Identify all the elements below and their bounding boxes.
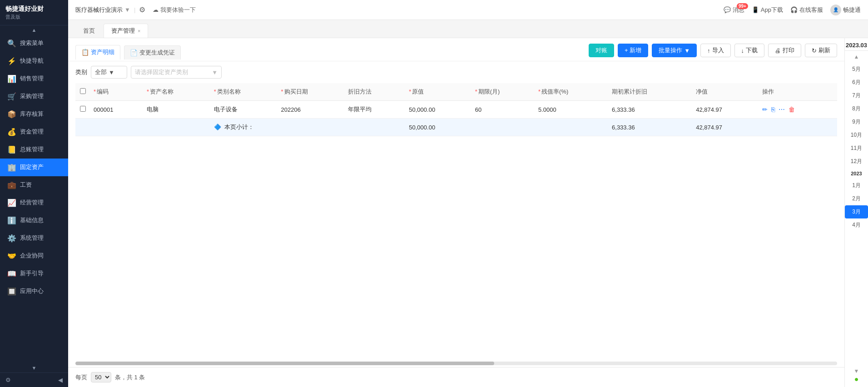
th-residual-rate: *残值率(%) [535,83,608,101]
sidebar-item-ledger[interactable]: 📒 总账管理 [0,141,68,159]
category-select[interactable]: 全部 ▼ [91,66,127,79]
content-toolbar: 📋 资产明细 📄 变更生成凭证 对账 + 新增 批量操作 ▼ ↑ [68,38,844,61]
tab-home[interactable]: 首页 [75,24,103,38]
th-category: *类别名称 [210,83,278,101]
date-item-current[interactable]: 3月 [845,205,868,218]
tab-close-icon[interactable]: × [138,28,140,34]
change-voucher-icon: 📄 [130,49,138,56]
salary-icon: 💼 [7,181,16,189]
topbar-right: 💬 消息 99+ 📱 App下载 🎧 在线客服 👤 畅捷通 [724,5,861,15]
sidebar-item-basic-info[interactable]: ℹ️ 基础信息 [0,212,68,229]
sidebar-item-purchase[interactable]: 🛒 采购管理 [0,88,68,105]
sidebar-item-sales[interactable]: 📊 销售管理 [0,70,68,88]
tab-change-voucher[interactable]: 📄 变更生成凭证 [124,45,181,60]
import-label: 导入 [712,46,724,55]
date-panel-dot[interactable]: ● [854,375,859,383]
batch-btn[interactable]: 批量操作 ▼ [652,44,697,57]
app-download-btn[interactable]: 📱 App下载 [752,6,783,14]
download-label: 下载 [746,46,758,55]
page-total: 条，共 1 条 [115,373,145,382]
horizontal-scrollbar[interactable] [75,362,837,365]
sidebar-item-system[interactable]: ⚙️ 系统管理 [0,229,68,247]
apps-icon: 🔲 [7,287,16,296]
date-item-5[interactable]: 5月 [845,63,868,76]
sidebar-item-fixed-assets[interactable]: 🏢 固定资产 [0,159,68,176]
tab-asset-detail[interactable]: 📋 资产明细 [75,45,120,60]
refresh-btn[interactable]: ↻ 刷新 [805,44,837,57]
download-btn[interactable]: ↓ 下载 [734,44,765,57]
sidebar-item-quicknav[interactable]: ⚡ 快捷导航 [0,52,68,70]
th-purchase-date: *购买日期 [278,83,345,101]
select-all-checkbox[interactable] [80,88,86,94]
sidebar-bottom: ⚙ ◀ [0,372,68,387]
th-checkbox [75,83,90,101]
settings-gear-icon[interactable]: ⚙ [139,5,145,14]
table-wrap: *编码 *资产名称 *类别名称 *购买日期 折旧方法 *原值 *期限(月) *残… [68,83,844,360]
more-btn[interactable]: ⋯ [779,106,785,113]
sidebar-item-salary[interactable]: 💼 工资 [0,176,68,194]
date-item-11[interactable]: 11月 [845,142,868,155]
date-item-9[interactable]: 9月 [845,115,868,129]
date-item-1[interactable]: 1月 [845,179,868,192]
date-item-2[interactable]: 2月 [845,192,868,205]
date-item-7[interactable]: 7月 [845,89,868,102]
date-item-12[interactable]: 12月 [845,155,868,168]
sidebar-item-search[interactable]: 🔍 搜索菜单 [0,35,68,52]
row-actions: ✏ ⎘ ⋯ 🗑 [762,106,833,113]
sidebar-item-operations[interactable]: 📈 经营管理 [0,194,68,212]
collapse-icon[interactable]: ◀ [58,377,63,383]
sidebar-item-inventory[interactable]: 📦 库存核算 [0,105,68,123]
sidebar-label-guide: 新手引导 [20,269,44,278]
message-btn[interactable]: 💬 消息 99+ [724,6,744,14]
per-page-select[interactable]: 50 [91,372,111,382]
refresh-label: 刷新 [818,46,830,55]
batch-label: 批量操作 [659,46,682,55]
date-item-6[interactable]: 6月 [845,76,868,89]
th-name: *资产名称 [143,83,210,101]
date-panel-controls: ▲ [845,51,868,63]
sidebar-label-inventory: 库存核算 [20,110,44,118]
subtotal-icon: 🔷 [214,124,221,130]
date-panel-nav: ▼ ● [853,365,860,385]
sidebar-item-apps[interactable]: 🔲 应用中心 [0,283,68,300]
delete-btn[interactable]: 🗑 [789,106,795,113]
sidebar-item-enterprise[interactable]: 🤝 企业协同 [0,247,68,265]
tabbar: 首页 资产管理 × [68,20,868,38]
settings-icon[interactable]: ⚙ [5,377,11,383]
reconcile-btn[interactable]: 对账 [589,44,614,57]
date-item-10[interactable]: 10月 [845,129,868,142]
copy-btn[interactable]: ⎘ [771,106,775,113]
edit-btn[interactable]: ✏ [762,106,768,113]
sidebar-item-guide[interactable]: 📖 新手引导 [0,265,68,283]
import-btn[interactable]: ↑ 导入 [700,44,731,57]
subtotal-label-cell: 🔷 本页小计： [210,119,406,136]
cell-name: 电脑 [143,101,210,119]
subtotal-original-value: 50,000.00 [405,119,471,136]
experience-btn[interactable]: ☁ 我要体验一下 [153,6,196,14]
customer-service-btn[interactable]: 🎧 在线客服 [790,6,823,14]
date-down-btn[interactable]: ▼ [853,367,860,375]
new-btn[interactable]: + 新增 [618,44,648,57]
row-checkbox[interactable] [80,106,86,112]
user-menu[interactable]: 👤 畅捷通 [830,5,861,15]
download-icon: 📱 [752,6,759,13]
sidebar-scroll-down[interactable]: ▼ [0,363,68,372]
th-accumulated-depreciation: 期初累计折旧 [608,83,692,101]
category-input-arrow: ▼ [212,69,218,76]
sidebar-label-basic-info: 基础信息 [20,216,44,224]
cell-period: 60 [471,101,535,119]
sidebar-label-apps: 应用中心 [20,287,44,295]
date-up-btn[interactable]: ▲ [853,53,860,61]
sidebar-item-finance[interactable]: 💰 资金管理 [0,123,68,141]
date-item-4[interactable]: 4月 [845,218,868,232]
sidebar-scroll-up[interactable]: ▲ [0,25,68,35]
print-btn[interactable]: 🖨 打印 [768,44,801,57]
purchase-icon: 🛒 [7,92,16,101]
tab-asset-mgmt[interactable]: 资产管理 × [104,24,148,38]
cell-actions: ✏ ⎘ ⋯ 🗑 [759,101,837,119]
inventory-icon: 📦 [7,110,16,119]
category-input[interactable]: 请选择固定资产类别 ▼ [131,66,222,79]
company-selector[interactable]: 医疗器械行业演示 ▼ [75,6,130,14]
tab-home-label: 首页 [83,27,95,35]
date-item-8[interactable]: 8月 [845,102,868,115]
